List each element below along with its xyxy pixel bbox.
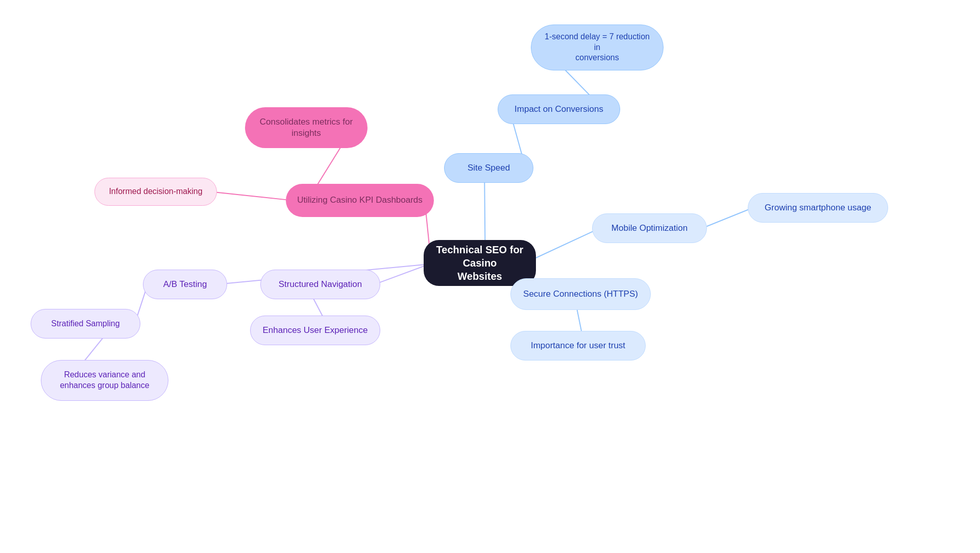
- importance-trust-node: Importance for user trust: [510, 331, 646, 360]
- svg-line-12: [706, 209, 748, 226]
- secure-connections-node: Secure Connections (HTTPS): [510, 278, 651, 310]
- center-node: Technical SEO for Casino Websites: [424, 240, 536, 286]
- svg-line-14: [577, 310, 581, 331]
- reduces-variance-node: Reduces variance and enhances group bala…: [41, 360, 168, 401]
- svg-line-2: [217, 193, 286, 200]
- enhances-ux-node: Enhances User Experience: [250, 316, 380, 345]
- growing-smartphone-node: Growing smartphone usage: [748, 193, 888, 223]
- site-speed-node: Site Speed: [444, 153, 533, 183]
- svg-line-9: [512, 119, 523, 159]
- utilizing-kpi-node: Utilizing Casino KPI Dashboards: [286, 184, 434, 217]
- impact-conversions-node: Impact on Conversions: [498, 94, 620, 124]
- consolidates-node: Consolidates metrics for insights: [245, 107, 368, 148]
- structured-nav-node: Structured Navigation: [260, 270, 380, 299]
- mobile-opt-node: Mobile Optimization: [592, 213, 707, 243]
- svg-line-3: [380, 266, 424, 282]
- svg-line-10: [562, 67, 592, 97]
- svg-line-6: [136, 290, 145, 319]
- svg-line-8: [484, 183, 485, 240]
- ab-testing-node: A/B Testing: [143, 270, 227, 299]
- svg-line-11: [535, 231, 594, 258]
- mindmap-container: Technical SEO for Casino Websites Utiliz…: [0, 0, 980, 553]
- informed-node: Informed decision-making: [94, 178, 217, 206]
- svg-line-1: [316, 144, 342, 187]
- svg-line-7: [84, 338, 103, 361]
- one-second-node: 1-second delay = 7 reduction in conversi…: [531, 25, 664, 70]
- stratified-node: Stratified Sampling: [31, 309, 140, 339]
- svg-line-4: [314, 299, 323, 316]
